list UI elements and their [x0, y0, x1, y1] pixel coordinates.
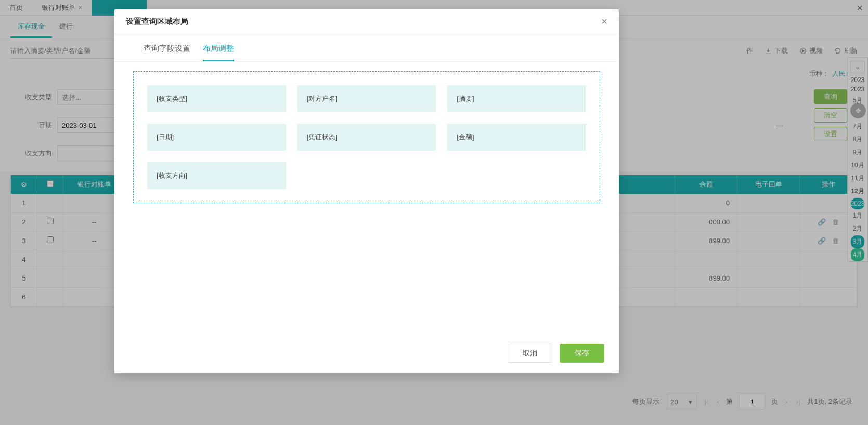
modal-tab-fields[interactable]: 查询字段设置 — [144, 44, 190, 61]
layout-drop-zone[interactable]: [收支类型][对方户名][摘要][日期][凭证状态][金额][收支方向] — [133, 71, 600, 203]
layout-settings-modal: 设置查询区域布局 × 查询字段设置 布局调整 [收支类型][对方户名][摘要][… — [114, 9, 619, 373]
layout-chip[interactable]: [摘要] — [447, 85, 586, 112]
modal-tab-layout[interactable]: 布局调整 — [203, 44, 234, 61]
layout-chip[interactable]: [凭证状态] — [297, 124, 436, 151]
layout-chip[interactable]: [对方户名] — [297, 85, 436, 112]
layout-chip[interactable]: [金额] — [447, 124, 586, 151]
cancel-button[interactable]: 取消 — [508, 344, 552, 363]
modal-title: 设置查询区域布局 — [126, 17, 188, 26]
modal-close-icon[interactable]: × — [601, 16, 607, 28]
layout-chip[interactable]: [收支类型] — [147, 85, 286, 112]
layout-chip[interactable]: [日期] — [147, 124, 286, 151]
layout-chip[interactable]: [收支方向] — [147, 162, 286, 189]
save-button[interactable]: 保存 — [560, 344, 604, 363]
